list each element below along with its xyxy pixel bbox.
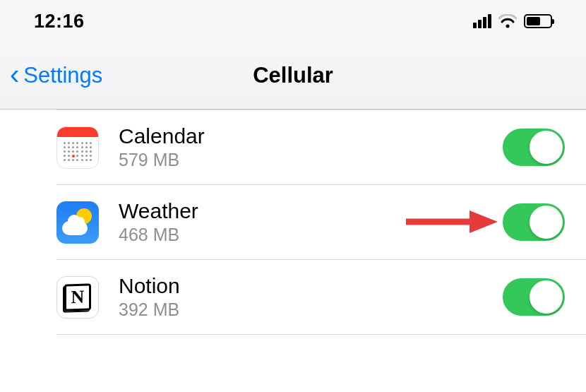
list-item[interactable]: Calendar 579 MB: [56, 109, 586, 185]
page-title: Cellular: [253, 63, 333, 88]
nav-bar: ‹ Settings Cellular: [0, 42, 586, 109]
status-bar: 12:16: [0, 0, 586, 42]
cellular-toggle[interactable]: [503, 203, 565, 241]
status-indicators: [473, 14, 552, 28]
wifi-icon: [498, 14, 517, 28]
app-data-usage: 392 MB: [119, 299, 180, 320]
back-button[interactable]: ‹ Settings: [10, 61, 102, 90]
svg-point-0: [506, 25, 510, 28]
app-name: Calendar: [119, 124, 205, 148]
app-cellular-list: Calendar 579 MB Weather 468 MB N Notion …: [0, 109, 586, 335]
back-label: Settings: [23, 63, 102, 88]
app-data-usage: 468 MB: [119, 225, 198, 245]
calendar-app-icon: [56, 126, 99, 169]
cellular-toggle[interactable]: [503, 278, 565, 316]
status-time: 12:16: [34, 11, 85, 32]
weather-app-icon: [56, 201, 99, 244]
cellular-signal-icon: [473, 14, 491, 28]
notion-app-icon: N: [56, 276, 99, 319]
app-name: Notion: [119, 274, 180, 298]
svg-marker-2: [470, 210, 498, 233]
battery-icon: [524, 14, 552, 28]
app-name: Weather: [119, 199, 198, 223]
app-data-usage: 579 MB: [119, 150, 205, 170]
annotation-arrow-icon: [402, 208, 501, 236]
list-item[interactable]: N Notion 392 MB: [56, 260, 586, 335]
chevron-left-icon: ‹: [10, 60, 19, 88]
cellular-toggle[interactable]: [503, 129, 565, 166]
list-item[interactable]: Weather 468 MB: [56, 185, 586, 260]
